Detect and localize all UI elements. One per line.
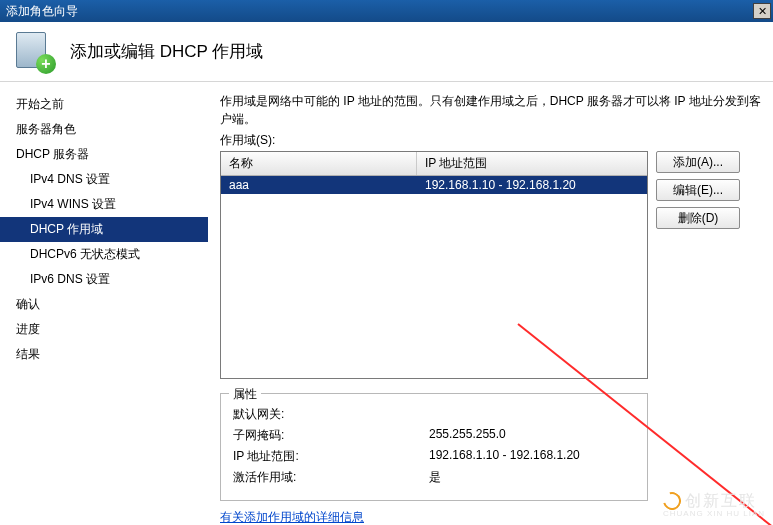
scope-listview[interactable]: 名称 IP 地址范围 aaa192.168.1.10 - 192.168.1.2…	[220, 151, 648, 379]
sidebar-item[interactable]: IPv6 DNS 设置	[16, 267, 208, 292]
button-column: 添加(A)... 编辑(E)... 删除(D)	[656, 151, 740, 229]
prop-activate-label: 激活作用域:	[233, 469, 429, 486]
sidebar-item[interactable]: DHCP 作用域	[0, 217, 208, 242]
listview-header: 名称 IP 地址范围	[221, 152, 647, 176]
prop-gateway-label: 默认网关:	[233, 406, 429, 423]
prop-range-value: 192.168.1.10 - 192.168.1.20	[429, 448, 635, 465]
prop-mask-value: 255.255.255.0	[429, 427, 635, 444]
prop-gateway-value	[429, 406, 635, 423]
close-button[interactable]: ✕	[753, 3, 771, 19]
prop-range-label: IP 地址范围:	[233, 448, 429, 465]
titlebar: 添加角色向导 ✕	[0, 0, 773, 22]
scope-list-label: 作用域(S):	[220, 132, 763, 149]
add-button[interactable]: 添加(A)...	[656, 151, 740, 173]
wizard-sidebar: 开始之前服务器角色DHCP 服务器IPv4 DNS 设置IPv4 WINS 设置…	[0, 82, 208, 525]
listview-body: aaa192.168.1.10 - 192.168.1.20	[221, 176, 647, 378]
prop-activate-value: 是	[429, 469, 635, 486]
properties-legend: 属性	[229, 386, 261, 403]
server-add-icon: +	[12, 30, 56, 74]
column-range-header[interactable]: IP 地址范围	[417, 152, 647, 175]
window-title: 添加角色向导	[6, 3, 78, 20]
delete-button[interactable]: 删除(D)	[656, 207, 740, 229]
sidebar-item[interactable]: 开始之前	[16, 92, 208, 117]
sidebar-item[interactable]: 服务器角色	[16, 117, 208, 142]
sidebar-item[interactable]: 结果	[16, 342, 208, 367]
column-name-header[interactable]: 名称	[221, 152, 417, 175]
sidebar-item[interactable]: DHCP 服务器	[16, 142, 208, 167]
sidebar-item[interactable]: 进度	[16, 317, 208, 342]
page-title: 添加或编辑 DHCP 作用域	[70, 40, 263, 63]
sidebar-item[interactable]: DHCPv6 无状态模式	[16, 242, 208, 267]
close-icon: ✕	[758, 6, 767, 17]
prop-mask-label: 子网掩码:	[233, 427, 429, 444]
sidebar-item[interactable]: IPv4 WINS 设置	[16, 192, 208, 217]
list-cell-range: 192.168.1.10 - 192.168.1.20	[417, 176, 647, 194]
list-cell-name: aaa	[221, 176, 417, 194]
sidebar-item[interactable]: IPv4 DNS 设置	[16, 167, 208, 192]
edit-button[interactable]: 编辑(E)...	[656, 179, 740, 201]
properties-group: 属性 默认网关: 子网掩码: 255.255.255.0 IP 地址范围: 19…	[220, 393, 648, 501]
main-panel: 作用域是网络中可能的 IP 地址的范围。只有创建作用域之后，DHCP 服务器才可…	[208, 82, 773, 525]
sidebar-item[interactable]: 确认	[16, 292, 208, 317]
list-item[interactable]: aaa192.168.1.10 - 192.168.1.20	[221, 176, 647, 194]
help-link[interactable]: 有关添加作用域的详细信息	[220, 509, 364, 525]
scope-description: 作用域是网络中可能的 IP 地址的范围。只有创建作用域之后，DHCP 服务器才可…	[220, 92, 763, 128]
wizard-header: + 添加或编辑 DHCP 作用域	[0, 22, 773, 82]
